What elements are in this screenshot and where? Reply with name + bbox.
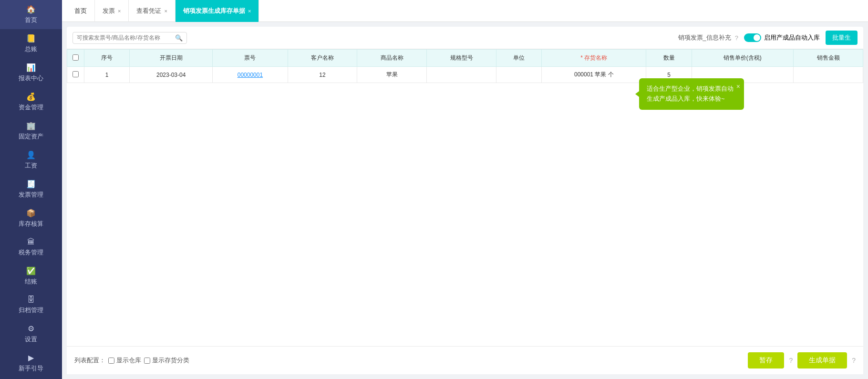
sidebar-item-invoice-mgmt[interactable]: 🧾 发票管理 <box>0 175 62 204</box>
tab-home-label: 首页 <box>74 7 87 15</box>
batch-button[interactable]: 批量生 <box>826 31 858 45</box>
tooltip-text: 适合生产型企业，销项发票自动生成产成品入库，快来体验~ <box>647 85 734 102</box>
save-help-icon[interactable]: ? <box>789 357 793 364</box>
sidebar-item-guide[interactable]: ▶ 新手引导 <box>0 348 62 378</box>
config-label: 列表配置： <box>74 356 105 365</box>
header-product: 商品名称 <box>357 50 427 67</box>
footer: 列表配置： 显示仓库 显示存货分类 暂存 ? 生成单据 ? <box>67 346 863 374</box>
row-date: 2023-03-04 <box>130 67 213 83</box>
show-category-checkbox-label[interactable]: 显示存货分类 <box>144 356 189 365</box>
reports-icon: 📊 <box>26 63 36 72</box>
info-help-icon[interactable]: ? <box>735 34 738 42</box>
info-section: 销项发票_信息补充 ? <box>678 33 738 42</box>
header-date: 开票日期 <box>130 50 213 67</box>
header-ticket-no: 票号 <box>213 50 288 67</box>
select-all-checkbox[interactable] <box>72 54 79 61</box>
tab-home[interactable]: 首页 <box>67 0 95 22</box>
header-spec: 规格型号 <box>427 50 496 67</box>
toggle-wrapper: 启用产成品自动入库 <box>744 33 820 42</box>
tab-bar: 首页 发票 × 查看凭证 × 销项发票生成库存单据 × <box>62 0 868 22</box>
generate-help-icon[interactable]: ? <box>852 357 856 364</box>
inventory-icon: 📦 <box>26 209 36 218</box>
sidebar-item-label: 设置 <box>25 335 37 344</box>
archive-icon: 🗄 <box>27 295 35 304</box>
header-customer: 客户名称 <box>288 50 357 67</box>
toolbar: 🔍 销项发票_信息补充 ? 启用产成品自动入库 批量生 <box>67 27 863 49</box>
footer-actions: 暂存 ? 生成单据 ? <box>748 352 856 368</box>
header-amount: 销售金额 <box>794 50 863 67</box>
tab-voucher[interactable]: 查看凭证 × <box>129 0 175 22</box>
sidebar-item-home[interactable]: 🏠 首页 <box>0 0 62 29</box>
header-checkbox-col <box>67 50 84 67</box>
row-product: 苹果 <box>357 67 427 83</box>
sidebar-item-label: 固定资产 <box>19 132 43 141</box>
tab-invoice-label: 发票 <box>103 7 115 15</box>
table-header-row: 序号 开票日期 票号 客户名称 商品名称 规格型号 单位 * 存货名称 数量 销… <box>67 50 863 67</box>
row-checkbox-cell <box>67 67 84 83</box>
row-ticket-no[interactable]: 00000001 <box>213 67 288 83</box>
tooltip-popup: × 适合生产型企业，销项发票自动生成产成品入库，快来体验~ <box>639 78 744 110</box>
header-qty: 数量 <box>646 50 692 67</box>
sidebar-item-label: 新手引导 <box>19 364 43 373</box>
hr-icon: 👤 <box>26 150 36 159</box>
sidebar-item-label: 税务管理 <box>19 248 43 257</box>
data-table: 序号 开票日期 票号 客户名称 商品名称 规格型号 单位 * 存货名称 数量 销… <box>67 49 863 83</box>
sidebar-item-label: 首页 <box>25 16 37 24</box>
row-unit <box>496 67 542 83</box>
home-icon: 🏠 <box>26 5 36 14</box>
header-price-tax: 销售单价(含税) <box>692 50 794 67</box>
sidebar-item-label: 报表中心 <box>19 74 43 83</box>
show-category-checkbox[interactable] <box>144 358 150 364</box>
ledger-icon: 📒 <box>26 34 36 43</box>
row-inventory[interactable]: 000001 苹果 个 <box>542 67 646 83</box>
sidebar-item-reports[interactable]: 📊 报表中心 <box>0 58 62 87</box>
auto-warehouse-toggle[interactable] <box>744 33 761 42</box>
sidebar-item-assets[interactable]: 🏢 固定资产 <box>0 116 62 146</box>
main-area: 首页 发票 × 查看凭证 × 销项发票生成库存单据 × 🔍 销项发票_信息补充 … <box>62 0 868 379</box>
sidebar-item-inventory[interactable]: 📦 库存核算 <box>0 204 62 233</box>
tooltip-close-button[interactable]: × <box>736 81 740 92</box>
row-spec <box>427 67 496 83</box>
sidebar-item-funds[interactable]: 💰 资金管理 <box>0 87 62 116</box>
guide-icon: ▶ <box>28 353 34 362</box>
search-input[interactable] <box>77 34 175 41</box>
sidebar-item-label: 发票管理 <box>19 190 43 199</box>
sidebar-item-tax[interactable]: 🏛 税务管理 <box>0 233 62 262</box>
info-label: 销项发票_信息补充 <box>678 33 731 42</box>
search-icon: 🔍 <box>175 34 183 42</box>
tab-voucher-close-icon[interactable]: × <box>164 8 167 14</box>
header-inventory: * 存货名称 <box>542 50 646 67</box>
show-warehouse-checkbox[interactable] <box>108 358 114 364</box>
sidebar-item-hr[interactable]: 👤 工资 <box>0 146 62 175</box>
content-area: 🔍 销项发票_信息补充 ? 启用产成品自动入库 批量生 <box>62 22 868 379</box>
header-unit: 单位 <box>496 50 542 67</box>
row-checkbox[interactable] <box>72 71 79 77</box>
sidebar-item-settings[interactable]: ⚙ 设置 <box>0 319 62 348</box>
row-customer: 12 <box>288 67 357 83</box>
sidebar-item-close-accounts[interactable]: ✅ 结账 <box>0 262 62 291</box>
toggle-label: 启用产成品自动入库 <box>764 33 820 42</box>
sidebar-item-label: 结账 <box>25 277 37 286</box>
tab-generate[interactable]: 销项发票生成库存单据 × <box>176 0 259 22</box>
show-warehouse-checkbox-label[interactable]: 显示仓库 <box>108 356 141 365</box>
row-amount <box>794 67 863 83</box>
tab-generate-label: 销项发票生成库存单据 <box>183 7 245 15</box>
search-box[interactable]: 🔍 <box>72 32 187 44</box>
sidebar-item-label: 资金管理 <box>19 103 43 112</box>
tab-invoice-close-icon[interactable]: × <box>118 8 121 14</box>
save-button[interactable]: 暂存 <box>748 352 784 368</box>
sidebar: 🏠 首页 📒 总账 📊 报表中心 💰 资金管理 🏢 固定资产 👤 工资 🧾 发票… <box>0 0 62 379</box>
tab-invoice[interactable]: 发票 × <box>95 0 129 22</box>
sidebar-item-ledger[interactable]: 📒 总账 <box>0 29 62 58</box>
show-warehouse-label: 显示仓库 <box>116 356 141 365</box>
generate-button[interactable]: 生成单据 <box>797 352 847 368</box>
tax-icon: 🏛 <box>27 238 35 246</box>
show-category-label: 显示存货分类 <box>152 356 189 365</box>
sidebar-item-archive[interactable]: 🗄 归档管理 <box>0 291 62 319</box>
funds-icon: 💰 <box>26 92 36 101</box>
tab-generate-close-icon[interactable]: × <box>248 8 251 14</box>
row-seq: 1 <box>84 67 130 83</box>
sidebar-item-label: 库存核算 <box>19 220 43 228</box>
sidebar-item-label: 总账 <box>25 45 37 53</box>
sidebar-item-label: 工资 <box>25 161 37 170</box>
